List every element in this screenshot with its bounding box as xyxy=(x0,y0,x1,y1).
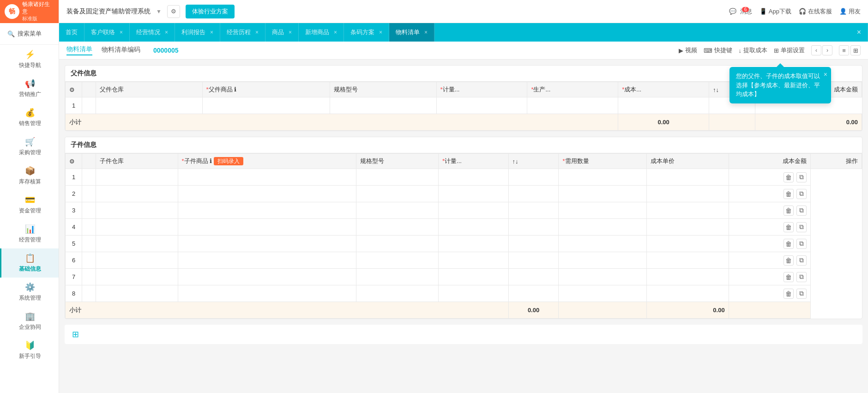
view-action[interactable]: ▶ 视频 xyxy=(679,46,697,54)
sidebar-item-operations[interactable]: 📊 经营管理 xyxy=(0,219,59,248)
child-row-4-product[interactable] xyxy=(96,219,178,236)
shortcut-action[interactable]: ⌨ 快捷键 xyxy=(704,46,732,54)
grid-view-btn[interactable]: ⊞ xyxy=(850,45,861,55)
parent-row-1-spec[interactable] xyxy=(202,97,330,114)
child-row-8-delete-btn[interactable]: 🗑 xyxy=(784,289,794,299)
sidebar-item-system[interactable]: ⚙️ 系统管理 xyxy=(0,278,59,307)
gear-button[interactable]: ⚙ xyxy=(167,5,180,18)
child-row-8-product[interactable] xyxy=(96,285,178,302)
parent-row-1-product[interactable] xyxy=(96,97,203,114)
child-row-3-unit-cost[interactable] xyxy=(559,202,647,219)
child-th-settings[interactable]: ⚙ xyxy=(66,154,82,169)
child-row-2-qty[interactable] xyxy=(508,186,559,202)
child-row-1-unit-cost[interactable] xyxy=(559,169,647,186)
sidebar-item-basic-info[interactable]: 📋 基础信息 xyxy=(0,248,59,278)
sub-tab-bom-code[interactable]: 物料清单编码 xyxy=(102,46,140,55)
tab-customers[interactable]: 客户联络 × xyxy=(84,23,130,42)
child-row-8-spec[interactable] xyxy=(178,285,356,302)
child-row-2-spec[interactable] xyxy=(178,186,356,202)
sidebar-item-guide[interactable]: 🔰 新手引导 xyxy=(0,336,59,365)
single-settings-action[interactable]: ⊞ 单据设置 xyxy=(774,46,805,54)
tab-close-profit[interactable]: × xyxy=(210,29,213,36)
view-toggle[interactable]: ≡ ⊞ xyxy=(839,45,861,55)
nav-prev-arrow[interactable]: ‹ xyxy=(811,45,821,55)
child-row-2-unit-cost[interactable] xyxy=(559,186,647,202)
child-row-6-delete-btn[interactable]: 🗑 xyxy=(784,255,794,266)
experience-button[interactable]: 体验行业方案 xyxy=(186,5,235,18)
child-row-3-product[interactable] xyxy=(96,202,178,219)
child-row-7-unit[interactable] xyxy=(356,269,439,285)
app-download-action[interactable]: 📱 App下载 xyxy=(760,7,791,16)
list-view-btn[interactable]: ≡ xyxy=(839,45,849,55)
child-row-1-qty[interactable] xyxy=(508,169,559,186)
child-row-5-product[interactable] xyxy=(96,236,178,252)
tab-bom[interactable]: 物料清单 × xyxy=(389,23,434,42)
child-row-7-product[interactable] xyxy=(96,269,178,285)
child-row-6-qty[interactable] xyxy=(508,252,559,269)
child-row-6-product[interactable] xyxy=(96,252,178,269)
child-row-3-warehouse[interactable] xyxy=(82,202,96,219)
child-row-1-spec[interactable] xyxy=(178,169,356,186)
system-dropdown-arrow[interactable]: ▼ xyxy=(156,8,162,15)
tab-barcode[interactable]: 条码方案 × xyxy=(344,23,389,42)
tab-products[interactable]: 商品 × xyxy=(265,23,299,42)
child-row-2-warehouse[interactable] xyxy=(82,186,96,202)
child-row-8-qty[interactable] xyxy=(508,285,559,302)
child-row-7-copy-btn[interactable]: ⧉ xyxy=(796,272,807,282)
nav-next-arrow[interactable]: › xyxy=(822,45,832,55)
child-row-3-unit[interactable] xyxy=(356,202,439,219)
tab-close-ops-status[interactable]: × xyxy=(165,29,168,36)
child-row-7-delete-btn[interactable]: 🗑 xyxy=(784,272,794,282)
scan-input-button[interactable]: 扫码录入 xyxy=(214,157,243,165)
child-row-1-warehouse[interactable] xyxy=(82,169,96,186)
sidebar-item-enterprise[interactable]: 🏢 企业协同 xyxy=(0,307,59,336)
child-row-7-warehouse[interactable] xyxy=(82,269,96,285)
child-row-4-qty[interactable] xyxy=(508,219,559,236)
sidebar-item-sales[interactable]: 💰 销售管理 xyxy=(0,103,59,132)
child-row-4-delete-btn[interactable]: 🗑 xyxy=(784,222,794,232)
child-row-4-copy-btn[interactable]: ⧉ xyxy=(796,222,807,232)
child-row-6-unit-cost[interactable] xyxy=(559,252,647,269)
child-row-5-unit[interactable] xyxy=(356,236,439,252)
child-row-8-unit-cost[interactable] xyxy=(559,285,647,302)
tab-home[interactable]: 首页 xyxy=(59,23,84,42)
tab-close-ops-history[interactable]: × xyxy=(255,29,259,36)
user-action[interactable]: 👤 用友 xyxy=(839,7,861,16)
extract-cost-action[interactable]: ↓ 提取成本 xyxy=(739,46,768,54)
customer-service-action[interactable]: 🎧 在线客服 xyxy=(799,7,832,16)
child-row-5-warehouse[interactable] xyxy=(82,236,96,252)
child-row-1-copy-btn[interactable]: ⧉ xyxy=(796,172,807,182)
child-row-4-spec[interactable] xyxy=(178,219,356,236)
child-row-5-copy-btn[interactable]: ⧉ xyxy=(796,239,807,249)
tab-ops-status[interactable]: 经营情况 × xyxy=(130,23,175,42)
child-row-2-delete-btn[interactable]: 🗑 xyxy=(784,189,794,199)
child-row-6-warehouse[interactable] xyxy=(82,252,96,269)
child-row-7-spec[interactable] xyxy=(178,269,356,285)
tab-profit[interactable]: 利润报告 × xyxy=(175,23,220,42)
child-row-8-warehouse[interactable] xyxy=(82,285,96,302)
child-row-3-copy-btn[interactable]: ⧉ xyxy=(796,206,807,216)
child-row-7-qty[interactable] xyxy=(508,269,559,285)
parent-th-settings[interactable]: ⚙ xyxy=(66,82,82,97)
parent-row-1-warehouse[interactable] xyxy=(82,97,96,114)
child-row-1-delete-btn[interactable]: 🗑 xyxy=(784,172,794,182)
child-row-4-unit[interactable] xyxy=(356,219,439,236)
child-row-7-unit-cost[interactable] xyxy=(559,269,647,285)
search-section[interactable]: 🔍 搜索菜单 xyxy=(0,23,59,45)
child-row-6-spec[interactable] xyxy=(178,252,356,269)
child-row-3-delete-btn[interactable]: 🗑 xyxy=(784,206,794,216)
child-row-2-product[interactable] xyxy=(96,186,178,202)
child-row-1-product[interactable] xyxy=(96,169,178,186)
tab-close-products[interactable]: × xyxy=(289,29,292,36)
sidebar-item-purchase[interactable]: 🛒 采购管理 xyxy=(0,132,59,161)
child-row-3-spec[interactable] xyxy=(178,202,356,219)
child-row-4-unit-cost[interactable] xyxy=(559,219,647,236)
tab-ops-history[interactable]: 经营历程 × xyxy=(220,23,265,42)
tooltip-close-button[interactable]: × xyxy=(824,70,827,79)
child-row-2-copy-btn[interactable]: ⧉ xyxy=(796,189,807,199)
tab-close-bom[interactable]: × xyxy=(424,29,428,36)
child-row-5-qty[interactable] xyxy=(508,236,559,252)
child-row-6-unit[interactable] xyxy=(356,252,439,269)
tab-add-product[interactable]: 新增商品 × xyxy=(299,23,344,42)
sub-tab-bom-list[interactable]: 物料清单 xyxy=(66,45,92,55)
